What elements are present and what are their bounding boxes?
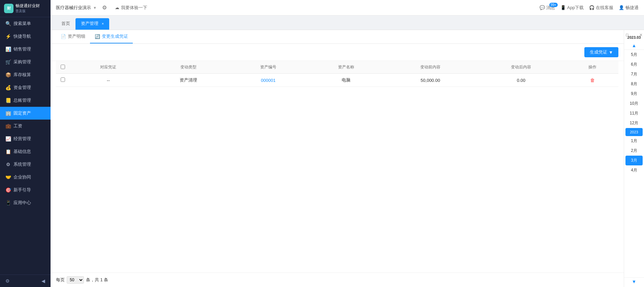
payroll-icon: 💼 (5, 123, 11, 129)
company-selector[interactable]: 医疗器械行业演示 ▼ (56, 5, 97, 11)
sidebar-item-quick-nav[interactable]: ⚡ 快捷导航 (0, 30, 51, 43)
sidebar-item-operations[interactable]: 📈 经营管理 (0, 132, 51, 145)
header-checkbox-cell (56, 61, 69, 74)
messages-button[interactable]: 💬 消息 99+ (540, 5, 555, 11)
purchase-label: 采购管理 (13, 59, 31, 65)
sidebar: 财 畅捷通好业财 普及版 🔍 搜索菜单⚡ 快捷导航📊 销售管理🛒 采购管理📦 库… (0, 0, 51, 287)
cal-month-11[interactable]: 11月 (624, 108, 644, 118)
cal-year-2023[interactable]: 2023 (625, 128, 643, 136)
sidebar-item-inventory[interactable]: 📦 库存核算 (0, 68, 51, 81)
support-icon: 🎧 (589, 5, 594, 10)
header-before-change: 变动前内容 (385, 61, 476, 74)
cal-month-9[interactable]: 9月 (624, 89, 644, 99)
generate-voucher-label: 生成凭证 (590, 49, 607, 55)
app-center-label: 应用中心 (13, 200, 31, 206)
sidebar-item-payroll[interactable]: 💼 工资 (0, 120, 51, 132)
cal-2023-mar[interactable]: 3月 (625, 156, 643, 165)
cal-2023-jan[interactable]: 1月 (624, 136, 644, 146)
tab-close-icon[interactable]: × (102, 22, 104, 26)
sidebar-item-funds[interactable]: 💰 资金管理 (0, 81, 51, 94)
operations-icon: 📈 (5, 136, 11, 141)
logo-subtitle: 普及版 (16, 9, 40, 13)
system-label: 系统管理 (13, 161, 31, 167)
purchase-icon: 🛒 (5, 59, 11, 65)
logo-icon: 财 (4, 4, 13, 13)
sidebar-item-sales[interactable]: 📊 销售管理 (0, 43, 51, 56)
topbar-settings-icon[interactable]: ⚙ (101, 3, 108, 12)
sidebar-nav: 🔍 搜索菜单⚡ 快捷导航📊 销售管理🛒 采购管理📦 库存核算💰 资金管理📒 总账… (0, 17, 51, 275)
generate-voucher-button[interactable]: 生成凭证 ▼ (584, 47, 618, 57)
panel-close-icon[interactable]: ✕ (639, 33, 643, 37)
delete-row-button[interactable]: 🗑 (590, 77, 595, 83)
panel-expand-icon[interactable]: ⟨⟩ (625, 33, 629, 37)
cal-month-10[interactable]: 10月 (624, 99, 644, 108)
table-row: -- 资产清理 000001 电脑 50,000.00 0.00 🗑 (56, 74, 618, 87)
side-calendar-panel: ⟨⟩ ✕ 2023.03 ▲ 5月 6月 7月 8月 9月 10月 11月 12… (624, 30, 644, 287)
header-action: 操作 (566, 61, 618, 74)
generate-arrow-icon: ▼ (609, 50, 613, 55)
cloud-icon: ☁ (115, 5, 119, 10)
username-label: 畅捷通 (625, 5, 639, 11)
message-icon: 💬 (540, 5, 545, 10)
sales-label: 销售管理 (13, 46, 31, 52)
cal-month-5[interactable]: 5月 (624, 50, 644, 60)
user-icon: 👤 (619, 5, 624, 10)
sidebar-item-guide[interactable]: 🎯 新手引导 (0, 184, 51, 196)
sidebar-item-app-center[interactable]: 📱 应用中心 (0, 196, 51, 209)
tab-home[interactable]: 首页 (56, 18, 75, 30)
settings-icon[interactable]: ⚙ (5, 278, 10, 284)
asset-detail-label: 资产明细 (68, 33, 85, 39)
sidebar-footer: ⚙ ◀ (0, 275, 51, 287)
cal-month-6[interactable]: 6月 (624, 60, 644, 69)
header-asset-no: 资产编号 (229, 61, 307, 74)
cal-2023-apr[interactable]: 4月 (624, 165, 644, 175)
tab-asset-management[interactable]: 资产管理 × (75, 18, 109, 30)
sidebar-item-collab[interactable]: 🤝 企业协同 (0, 171, 51, 184)
company-name: 医疗器械行业演示 (56, 5, 91, 11)
cal-month-12[interactable]: 12月 (624, 118, 644, 128)
topbar: 医疗器械行业演示 ▼ ⚙ ☁ 我要体验一下 💬 消息 99+ 📱 App下载 🎧… (51, 0, 644, 15)
sidebar-item-system[interactable]: ⚙ 系统管理 (0, 158, 51, 171)
cell-change-type: 资产清理 (147, 74, 229, 87)
cell-asset-no[interactable]: 000001 (229, 74, 307, 87)
calendar-nav-down[interactable]: ▼ (624, 277, 644, 286)
content-area: 📄 资产明细 🔄 变更生成凭证 生成凭证 ▼ (51, 30, 644, 287)
collapse-icon[interactable]: ◀ (41, 278, 45, 284)
inner-tabs: 📄 资产明细 🔄 变更生成凭证 (51, 30, 624, 44)
total-count: 条，共 1 条 (86, 277, 108, 283)
calendar-nav-up[interactable]: ▲ (624, 41, 644, 50)
experience-button[interactable]: ☁ 我要体验一下 (112, 3, 150, 12)
quick-nav-icon: ⚡ (5, 34, 11, 39)
app-download-button[interactable]: 📱 App下载 (560, 5, 584, 11)
asset-table: 对应凭证 变动类型 资产编号 资产名称 变动前内容 变动后内容 操作 (56, 61, 618, 87)
payroll-label: 工资 (13, 123, 22, 129)
tab-asset-detail[interactable]: 📄 资产明细 (56, 30, 90, 43)
asset-detail-icon: 📄 (61, 34, 66, 39)
company-arrow-icon: ▼ (93, 6, 97, 10)
search-icon: 🔍 (5, 21, 11, 26)
guide-label: 新手引导 (13, 187, 31, 193)
per-page-select[interactable]: 50 10 20 100 (67, 276, 84, 284)
sidebar-item-fixed-assets[interactable]: 🏢 固定资产 (0, 107, 51, 120)
sidebar-item-ledger[interactable]: 📒 总账管理 (0, 94, 51, 107)
fixed-assets-icon: 🏢 (5, 110, 11, 116)
sidebar-item-search[interactable]: 🔍 搜索菜单 (0, 17, 51, 30)
user-button[interactable]: 👤 畅捷通 (619, 5, 639, 11)
table-body: -- 资产清理 000001 电脑 50,000.00 0.00 🗑 (56, 74, 618, 87)
table-header: 对应凭证 变动类型 资产编号 资产名称 变动前内容 变动后内容 操作 (56, 61, 618, 74)
select-all-checkbox[interactable] (61, 65, 65, 69)
nav-tabs: 首页 资产管理 × (51, 15, 644, 30)
operations-label: 经营管理 (13, 136, 31, 142)
cell-voucher: -- (69, 74, 147, 87)
cal-month-8[interactable]: 8月 (624, 79, 644, 89)
tab-change-voucher[interactable]: 🔄 变更生成凭证 (90, 30, 133, 43)
search-label: 搜索菜单 (13, 21, 31, 27)
cal-2023-feb[interactable]: 2月 (624, 146, 644, 156)
sidebar-item-basic-info[interactable]: 📋 基础信息 (0, 145, 51, 158)
sidebar-item-purchase[interactable]: 🛒 采购管理 (0, 56, 51, 68)
cal-month-7[interactable]: 7月 (624, 69, 644, 79)
calendar-scroll: 5月 6月 7月 8月 9月 10月 11月 12月 2023 1月 2月 3月… (624, 50, 644, 277)
funds-icon: 💰 (5, 85, 11, 90)
row-checkbox[interactable] (61, 77, 65, 82)
online-support-button[interactable]: 🎧 在线客服 (589, 5, 613, 11)
